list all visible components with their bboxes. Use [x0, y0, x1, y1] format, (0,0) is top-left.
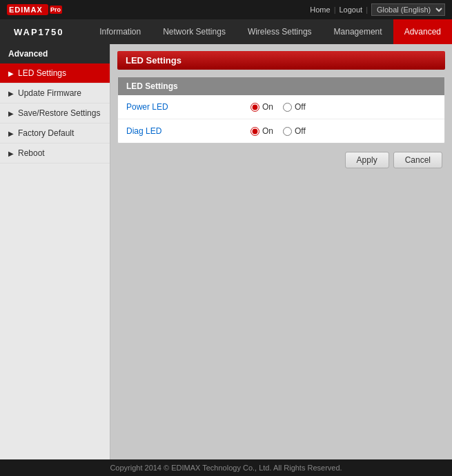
diag-led-on-text: On [262, 126, 273, 136]
sidebar-item-save-restore[interactable]: ▶ Save/Restore Settings [0, 103, 110, 123]
sidebar-item-led-settings[interactable]: ▶ LED Settings [0, 63, 110, 83]
table-row: Diag LED On Off [118, 119, 444, 143]
sidebar-item-label: Reboot [18, 148, 45, 158]
diag-led-radio-group: On Off [250, 126, 436, 136]
power-led-off-label[interactable]: Off [283, 102, 306, 112]
footer-text: Copyright 2014 © EDIMAX Technology Co., … [110, 464, 342, 472]
arrow-icon: ▶ [8, 130, 14, 137]
diag-led-on-label[interactable]: On [250, 126, 273, 136]
power-led-on-text: On [262, 102, 273, 112]
diag-led-label: Diag LED [118, 119, 242, 143]
edimax-logo-icon: EDIMAX Pro [7, 3, 62, 17]
language-select[interactable]: Global (English) [371, 3, 445, 16]
sidebar-item-reboot[interactable]: ▶ Reboot [0, 143, 110, 163]
page-header: LED Settings [117, 51, 445, 70]
diag-led-on-radio[interactable] [250, 127, 259, 136]
sidebar: Advanced ▶ LED Settings ▶ Update Firmwar… [0, 44, 110, 459]
tab-wireless-settings[interactable]: Wireless Settings [237, 19, 323, 44]
settings-box: LED Settings Power LED On Off [117, 77, 445, 143]
power-led-controls: On Off [242, 95, 444, 119]
settings-box-header: LED Settings [118, 77, 444, 95]
svg-text:EDIMAX: EDIMAX [9, 6, 43, 14]
power-led-off-text: Off [295, 102, 306, 112]
divider1: | [334, 6, 336, 14]
top-links: Home | Logout | Global (English) [310, 3, 445, 16]
sidebar-section-title: Advanced [0, 44, 110, 63]
power-led-on-radio[interactable] [250, 103, 259, 112]
diag-led-off-label[interactable]: Off [283, 126, 306, 136]
power-led-on-label[interactable]: On [250, 102, 273, 112]
sidebar-item-label: Factory Default [18, 128, 74, 138]
content-area: LED Settings LED Settings Power LED On [110, 44, 452, 459]
tab-management[interactable]: Management [323, 19, 393, 44]
sidebar-item-factory-default[interactable]: ▶ Factory Default [0, 123, 110, 143]
sidebar-item-update-firmware[interactable]: ▶ Update Firmware [0, 83, 110, 103]
arrow-icon: ▶ [8, 70, 14, 77]
logout-link[interactable]: Logout [339, 6, 362, 14]
nav-bar: WAP1750 Information Network Settings Wir… [0, 19, 452, 44]
svg-text:Pro: Pro [50, 6, 61, 13]
diag-led-controls: On Off [242, 119, 444, 143]
home-link[interactable]: Home [310, 6, 330, 14]
sidebar-item-label: Update Firmware [18, 88, 81, 98]
apply-button[interactable]: Apply [345, 152, 389, 168]
button-area: Apply Cancel [117, 152, 445, 168]
power-led-label: Power LED [118, 95, 242, 119]
power-led-off-radio[interactable] [283, 103, 292, 112]
tab-advanced[interactable]: Advanced [393, 19, 452, 44]
settings-table: Power LED On Off [118, 95, 444, 143]
footer: Copyright 2014 © EDIMAX Technology Co., … [0, 459, 452, 476]
tab-information[interactable]: Information [88, 19, 152, 44]
arrow-icon: ▶ [8, 150, 14, 157]
sidebar-item-label: Save/Restore Settings [18, 108, 100, 118]
arrow-icon: ▶ [8, 110, 14, 117]
tab-network-settings[interactable]: Network Settings [152, 19, 237, 44]
divider2: | [366, 6, 368, 14]
sidebar-item-label: LED Settings [18, 68, 66, 78]
diag-led-off-radio[interactable] [283, 127, 292, 136]
diag-led-off-text: Off [295, 126, 306, 136]
main-wrapper: Advanced ▶ LED Settings ▶ Update Firmwar… [0, 44, 452, 459]
top-bar: EDIMAX Pro Home | Logout | Global (Engli… [0, 0, 452, 19]
arrow-icon: ▶ [8, 90, 14, 97]
nav-tabs: Information Network Settings Wireless Se… [88, 19, 452, 44]
table-row: Power LED On Off [118, 95, 444, 119]
power-led-radio-group: On Off [250, 102, 436, 112]
cancel-button[interactable]: Cancel [393, 152, 442, 168]
device-name: WAP1750 [0, 19, 78, 44]
logo-area: EDIMAX Pro [7, 3, 62, 17]
